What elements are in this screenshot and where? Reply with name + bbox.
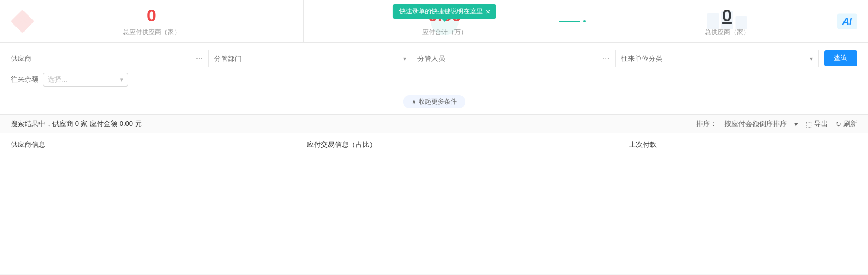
supplier-label: 供应商 (11, 54, 31, 64)
collapse-icon: ∧ (412, 98, 416, 106)
col-transaction-header: 应付交易信息（占比） (307, 140, 629, 150)
table-body (0, 156, 868, 274)
tooltip-connector-dot (582, 19, 587, 23)
collapse-bar: ∧ 收起更多条件 (11, 92, 857, 114)
supplier-dots-btn[interactable]: ··· (196, 54, 203, 64)
stats-bar: 米 0 总应付供应商（家） 快速录单的快捷键说明在这里 × 米 0.00 应付合… (0, 0, 868, 43)
balance-arrow: ▾ (120, 76, 123, 83)
dept-label: 分管部门 (214, 54, 242, 64)
person-input[interactable] (449, 55, 598, 63)
table-header: 供应商信息 应付交易信息（占比） 上次付款 (0, 133, 868, 156)
filter-dept: 分管部门 ▾ (209, 50, 412, 67)
collapse-text: 收起更多条件 (419, 97, 457, 106)
filter-person: 分管人员 ··· (412, 50, 616, 67)
filters-area: 供应商 ··· 分管部门 ▾ 分管人员 ··· 往来单位分类 ▾ 查询 往来余额… (0, 43, 868, 114)
dept-arrow[interactable]: ▾ (403, 55, 406, 62)
boxes-icon (706, 6, 748, 36)
unit-class-input[interactable] (667, 55, 806, 63)
unit-class-label: 往来单位分类 (621, 54, 662, 64)
person-dots-btn[interactable]: ··· (603, 54, 610, 64)
stat-payable-total: 快速录单的快捷键说明在这里 × 米 0.00 应付合计（万） (304, 0, 586, 42)
total-payable-number: 0 (147, 5, 156, 26)
svg-rect-4 (707, 13, 720, 29)
export-icon: ⬚ (806, 120, 812, 128)
svg-rect-5 (721, 11, 733, 29)
query-button[interactable]: 查询 (824, 50, 857, 66)
svg-text:米: 米 (18, 15, 27, 24)
balance-placeholder: 选择... (48, 75, 67, 84)
collapse-button[interactable]: ∧ 收起更多条件 (403, 95, 465, 108)
diamond-icon: 米 (9, 7, 36, 35)
balance-select[interactable]: 选择... ▾ (43, 73, 128, 87)
results-supplier-count: 0 (75, 120, 79, 128)
total-payable-label: 总应付供应商（家） (123, 28, 180, 37)
supplier-input[interactable] (36, 55, 192, 63)
col-lastpay-header: 上次付款 (629, 140, 857, 150)
sort-option[interactable]: 按应付会额倒序排序 (724, 119, 787, 129)
refresh-btn[interactable]: ↻ 刷新 (835, 119, 857, 129)
sort-label: 排序： (696, 119, 717, 129)
dept-input[interactable] (246, 55, 399, 63)
stat-total-suppliers: 0 总供应商（家） Ai (586, 0, 868, 42)
filter-unit-class: 往来单位分类 ▾ (616, 50, 819, 67)
results-info: 搜索结果中，供应商 0 家 应付金额 0.00 元 (11, 119, 142, 129)
refresh-label: 刷新 (843, 119, 857, 129)
ai-badge[interactable]: Ai (837, 13, 857, 29)
refresh-icon: ↻ (835, 120, 841, 128)
col-supplier-header: 供应商信息 (11, 140, 307, 150)
results-info-suffix: 元 (135, 120, 142, 128)
tooltip-close-btn[interactable]: × (486, 8, 490, 15)
balance-label: 往来余额 (11, 75, 38, 84)
results-info-prefix: 搜索结果中，供应商 (11, 120, 73, 128)
results-info-mid: 家 应付金额 (81, 120, 117, 128)
stat-total-payable: 米 0 总应付供应商（家） (0, 0, 304, 42)
filter-row-1: 供应商 ··· 分管部门 ▾ 分管人员 ··· 往来单位分类 ▾ 查询 (11, 50, 857, 67)
filter-supplier: 供应商 ··· (11, 50, 209, 67)
results-bar: 搜索结果中，供应商 0 家 应付金额 0.00 元 排序： 按应付会额倒序排序 … (0, 114, 868, 133)
sort-arrow[interactable]: ▾ (794, 120, 798, 128)
svg-rect-6 (736, 16, 748, 29)
tooltip-text: 快速录单的快捷键说明在这里 (399, 7, 483, 16)
person-label: 分管人员 (417, 54, 445, 64)
results-actions: 排序： 按应付会额倒序排序 ▾ ⬚ 导出 ↻ 刷新 (696, 119, 857, 129)
export-btn[interactable]: ⬚ 导出 (806, 119, 828, 129)
export-label: 导出 (814, 119, 828, 129)
filter-row-2: 往来余额 选择... ▾ (11, 73, 857, 87)
tooltip-bubble: 快速录单的快捷键说明在这里 × (393, 4, 496, 19)
results-amount: 0.00 (120, 120, 133, 128)
unit-class-arrow[interactable]: ▾ (810, 55, 813, 62)
